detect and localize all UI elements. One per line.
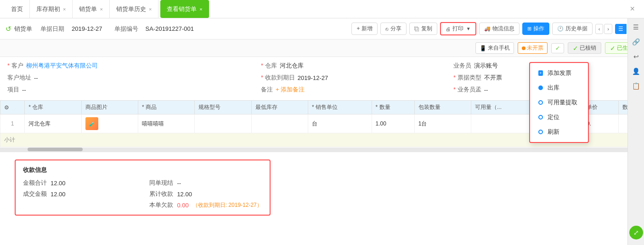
available-pick-label: 可用量提取 — [548, 98, 577, 107]
date-value: 2019-12-27 — [72, 25, 102, 32]
panel-btn-4[interactable]: 👤 — [629, 64, 643, 78]
row-unit: 台 — [308, 114, 372, 133]
tab-sales-history-label: 销货单历史 — [116, 5, 146, 13]
copy-button[interactable]: ⿻ 复制 — [409, 23, 437, 35]
share-button[interactable]: ⎋ 分享 — [380, 23, 407, 35]
payment-section: 收款信息 金额合计 12.00 同单现结 -- 成交金额 12.00 — [0, 152, 644, 223]
circle-blue-icon — [538, 85, 543, 90]
operations-dropdown: + 添加发票 出库 可用量提取 定位 — [529, 62, 589, 143]
due-date-value: 2019-12-27 — [298, 74, 328, 81]
logistics-button[interactable]: 🚚 物流信息 — [479, 23, 520, 35]
col-spec: 规格型号 — [195, 101, 251, 114]
note-field: 备注 + 添加备注 — [261, 85, 444, 94]
sold-badge[interactable]: ✓ 已核销 — [568, 42, 601, 54]
dropdown-available-pick[interactable]: 可用量提取 — [530, 95, 588, 110]
tab-view-sales-label: 查看销货单 — [167, 5, 197, 13]
due-date-field: 收款到期日 2019-12-27 — [261, 74, 444, 82]
square-icon: + — [538, 70, 542, 76]
done-button[interactable]: ✓ — [551, 43, 564, 53]
add-note-button[interactable]: + 添加备注 — [276, 85, 305, 94]
horizontal-scrollbar[interactable] — [0, 148, 644, 152]
refresh-circle-icon — [538, 130, 543, 134]
tab-home[interactable]: 首页 — [5, 0, 30, 18]
scrollbar-thumb[interactable] — [28, 148, 83, 151]
share-icon: ⎋ — [385, 26, 389, 32]
operate-label: 操作 — [533, 25, 544, 33]
panel-btn-1[interactable]: ☰ — [629, 20, 643, 34]
date-label: 单据日期 — [40, 25, 64, 33]
payment-title: 收款信息 — [23, 166, 262, 174]
view-list[interactable]: ☰ — [615, 24, 627, 34]
number-value: SA-20191227-001 — [146, 25, 194, 32]
tab-view-sales[interactable]: 查看销货单 × — [160, 0, 209, 18]
cumulative-row: 累计收款 12.00 — [149, 190, 262, 198]
tab-home-label: 首页 — [11, 5, 23, 13]
nav-next[interactable]: › — [604, 24, 612, 34]
panel-btn-5[interactable]: 📋 — [629, 79, 643, 93]
print-button[interactable]: 🖨 打印 ▼ — [440, 22, 476, 35]
tab-view-sales-close[interactable]: × — [199, 6, 202, 12]
row-spec — [195, 114, 251, 133]
nav-arrows: ‹ › — [595, 24, 612, 34]
dropdown-locate[interactable]: 定位 — [530, 110, 588, 125]
same-settle-row: 同单现结 -- — [149, 179, 262, 187]
col-product: * 商品 — [138, 101, 194, 114]
close-all-button[interactable]: × — [625, 4, 639, 14]
transaction-label: 成交金额 — [23, 190, 47, 198]
new-button[interactable]: + 新增 — [351, 23, 377, 35]
add-invoice-label: 添加发票 — [548, 69, 571, 77]
panel-btn-2[interactable]: 🔗 — [629, 35, 643, 49]
tab-inventory-init[interactable]: 库存期初 × — [30, 0, 73, 18]
outbound-icon — [537, 85, 544, 91]
project-label: 项目 — [7, 85, 19, 94]
phone-label: 来自手机 — [488, 44, 510, 52]
salesperson-value: -- — [484, 86, 488, 93]
project-field: 项目 -- — [7, 85, 252, 94]
balance-value: 0.00 — [177, 202, 188, 209]
col-qty: * 数量 — [372, 101, 414, 114]
copy-label: 复制 — [421, 25, 432, 33]
cumulative-value: 12.00 — [177, 191, 192, 198]
doc-icon: ↺ — [6, 25, 11, 33]
refresh-icon — [537, 129, 544, 135]
payment-grid: 金额合计 12.00 同单现结 -- 成交金额 12.00 累计收款 12.00 — [23, 179, 262, 209]
same-settle-value: -- — [177, 180, 181, 187]
copy-icon: ⿻ — [414, 26, 419, 32]
staff-label: 业务员 — [453, 62, 471, 70]
customer-value[interactable]: 柳州粤港平安气体有限公司 — [26, 62, 98, 70]
row-image: 🧪 — [81, 114, 138, 133]
staff-value: 演示账号 — [474, 62, 498, 70]
history-label: 历史单据 — [565, 25, 588, 33]
total-label: 金额合计 — [23, 179, 47, 187]
salesperson-label: 业务员孟 — [453, 85, 481, 94]
row-index: 1 — [0, 114, 25, 133]
col-pack-qty: 包装数量 — [414, 101, 471, 114]
panel-btn-3[interactable]: ↩ — [629, 50, 643, 63]
customer-label: 客户 — [7, 62, 23, 70]
col-unit: * 销售单位 — [308, 101, 372, 114]
history-button[interactable]: 🕐 历史单据 — [552, 23, 593, 35]
toolbar-actions: + 新增 ⎋ 分享 ⿻ 复制 🖨 打印 ▼ 🚚 物流信息 — [351, 22, 638, 35]
tab-inventory-init-close[interactable]: × — [63, 6, 66, 12]
tab-sales-order-close[interactable]: × — [100, 6, 102, 12]
sold-icon: ✓ — [573, 45, 578, 52]
col-available: 可用量（... — [471, 101, 537, 114]
panel-btn-6[interactable]: ⤢ — [629, 226, 643, 239]
unopened-button[interactable]: 未开票 — [518, 42, 548, 54]
outbound-label: 出库 — [548, 84, 559, 92]
refresh-label: 刷新 — [548, 128, 559, 136]
tab-sales-history[interactable]: 销货单历史 × — [110, 0, 158, 18]
balance-note: （收款到期日: 2019-12-27） — [192, 201, 262, 209]
dropdown-add-invoice[interactable]: + 添加发票 — [530, 66, 588, 80]
nav-prev[interactable]: ‹ — [595, 24, 604, 34]
tab-inventory-init-label: 库存期初 — [36, 5, 60, 13]
tab-sales-history-close[interactable]: × — [149, 6, 152, 12]
phone-button[interactable]: 📱 来自手机 — [475, 42, 514, 54]
print-dropdown-arrow[interactable]: ▼ — [466, 26, 471, 31]
cumulative-label: 累计收款 — [149, 190, 173, 198]
dropdown-refresh[interactable]: 刷新 — [530, 125, 588, 139]
tab-sales-order[interactable]: 销货单 × — [73, 0, 109, 18]
locate-circle-icon — [538, 115, 543, 120]
dropdown-outbound[interactable]: 出库 — [530, 80, 588, 95]
operate-button[interactable]: ⊞ 操作 — [522, 23, 549, 35]
